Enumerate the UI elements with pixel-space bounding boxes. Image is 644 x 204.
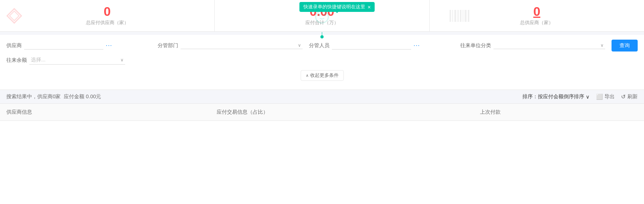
- col-header-last-payment: 上次付款: [480, 109, 638, 116]
- refresh-label: 刷新: [627, 93, 638, 100]
- filter-supplier: 供应商 ···: [6, 42, 151, 50]
- filter-row-2: 往来余额 选择... ∨: [6, 55, 638, 65]
- tooltip-text: 快速录单的快捷键说明在这里: [303, 4, 365, 10]
- search-button[interactable]: 查询: [612, 40, 638, 51]
- col-header-transaction-info: 应付交易信息（占比）: [217, 109, 480, 116]
- filter-balance: 往来余额 选择... ∨: [6, 55, 125, 65]
- tooltip-close-button[interactable]: ×: [368, 4, 371, 10]
- balance-select[interactable]: 选择... ∨: [29, 55, 125, 65]
- stat-total-suppliers: 0 总供应商（家）: [430, 0, 644, 31]
- filter-department: 分管部门 ∨: [158, 42, 303, 49]
- result-actions: 排序：按应付会额倒序排序 ∨ ⬜ 导出 ↺ 刷新: [522, 93, 638, 100]
- svg-rect-10: [463, 10, 463, 22]
- filter-manager: 分管人员 ···: [309, 42, 454, 50]
- collapse-up-icon: ∧: [306, 73, 309, 78]
- shortcut-tooltip[interactable]: 快速录单的快捷键说明在这里 ×: [299, 2, 375, 12]
- stat-total-payable-suppliers: 0 总应付供应商（家）: [0, 0, 215, 31]
- supplier-dots-button[interactable]: ···: [106, 42, 112, 49]
- supplier-label: 供应商: [6, 42, 22, 49]
- unit-category-chevron-icon: ∨: [600, 43, 604, 48]
- table-body: [0, 121, 644, 204]
- unit-category-label: 往来单位分类: [460, 42, 491, 49]
- manager-input[interactable]: [332, 42, 411, 50]
- diamond-icon: [6, 8, 22, 24]
- result-info-container: 搜索结果中，供应商0家 应付金额 0.00元: [6, 93, 101, 100]
- export-icon: ⬜: [596, 93, 603, 100]
- svg-rect-12: [468, 10, 469, 22]
- department-chevron-icon: ∨: [298, 43, 301, 48]
- unit-category-select[interactable]: ∨: [493, 42, 605, 49]
- filter-unit-category: 往来单位分类 ∨: [460, 42, 605, 49]
- svg-point-4: [324, 14, 326, 16]
- svg-point-3: [318, 14, 320, 16]
- svg-rect-6: [452, 10, 453, 22]
- department-label: 分管部门: [158, 42, 178, 49]
- result-bar: 搜索结果中，供应商0家 应付金额 0.00元 排序：按应付会额倒序排序 ∨ ⬜ …: [0, 90, 644, 104]
- export-label: 导出: [604, 93, 615, 100]
- filter-row-1: 供应商 ··· 分管部门 ∨ 分管人员 ··· 往来单位分类 ∨: [6, 40, 638, 51]
- manager-label: 分管人员: [309, 42, 330, 49]
- filter-section: 供应商 ··· 分管部门 ∨ 分管人员 ··· 往来单位分类 ∨: [0, 35, 644, 90]
- department-select[interactable]: ∨: [181, 42, 303, 49]
- supplier-input[interactable]: [24, 42, 103, 50]
- svg-rect-7: [454, 10, 456, 22]
- stat-payable-total: 快速录单的快捷键说明在这里 × 0.00 应付合计（万）: [215, 0, 429, 31]
- collapse-label: 收起更多条件: [310, 72, 339, 79]
- col-header-supplier-info: 供应商信息: [6, 109, 217, 116]
- svg-rect-11: [465, 10, 467, 22]
- svg-rect-8: [457, 10, 459, 22]
- sort-label: 排序：按应付会额倒序排序: [522, 93, 584, 100]
- svg-rect-9: [460, 10, 461, 22]
- manager-dots-button[interactable]: ···: [413, 42, 420, 49]
- table-section: 供应商信息 应付交易信息（占比） 上次付款: [0, 104, 644, 204]
- tooltip-dot: [320, 35, 324, 38]
- collapse-button[interactable]: ∧ 收起更多条件: [301, 70, 344, 81]
- result-info-text: 搜索结果中，供应商0家: [6, 93, 61, 100]
- balance-value: 选择...: [31, 56, 120, 63]
- collapse-container: ∧ 收起更多条件: [6, 69, 638, 85]
- total-suppliers-label: 总供应商（家）: [520, 19, 553, 26]
- table-header: 供应商信息 应付交易信息（占比） 上次付款: [0, 104, 644, 121]
- svg-rect-5: [450, 10, 451, 22]
- barcode-icon: [450, 10, 469, 22]
- sort-chevron-icon: ∨: [586, 94, 590, 100]
- total-payable-label: 总应付供应商（家）: [86, 19, 129, 26]
- total-payable-value: 0: [104, 5, 111, 18]
- total-suppliers-value[interactable]: 0: [533, 5, 540, 18]
- balance-chevron-icon: ∨: [120, 57, 124, 63]
- export-button[interactable]: ⬜ 导出: [596, 93, 615, 100]
- stats-bar: 0 总应付供应商（家） 快速录单的快捷键说明在这里 × 0.00 应付合计（万）: [0, 0, 644, 32]
- refresh-icon: ↺: [621, 93, 626, 100]
- balance-label: 往来余额: [6, 57, 27, 64]
- result-amount-text: 应付金额 0.00元: [64, 93, 101, 100]
- sort-button[interactable]: 排序：按应付会额倒序排序 ∨: [522, 93, 590, 100]
- refresh-button[interactable]: ↺ 刷新: [621, 93, 638, 100]
